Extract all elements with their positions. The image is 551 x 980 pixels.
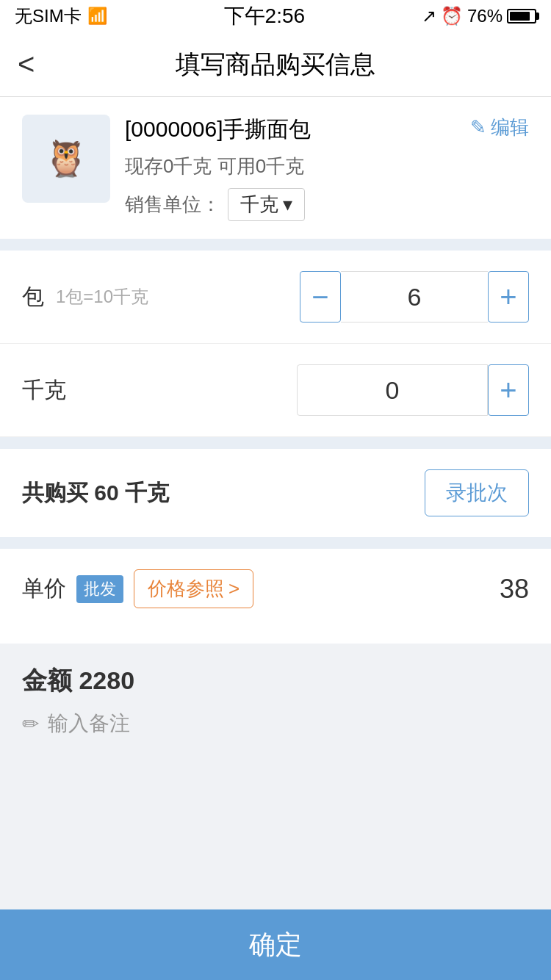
status-left: 无SIM卡 📶 [15,4,107,28]
amount-value: 2280 [79,666,134,694]
package-stepper: − + [300,271,529,323]
kg-stepper: + [297,364,529,416]
batch-record-button[interactable]: 录批次 [425,469,529,516]
wifi-icon: 📶 [87,7,107,26]
package-label: 包 1包=10千克 [22,282,148,312]
input-section: 包 1包=10千克 − + 千克 + [0,251,551,437]
package-label-text: 包 [22,282,44,312]
confirm-button[interactable]: 确定 [0,909,551,980]
kg-plus-button[interactable]: + [488,364,529,416]
time-display: 下午2:56 [224,2,306,30]
status-right: ↗ ⏰ 76% [422,6,536,26]
kg-label: 千克 [22,375,66,406]
divider-3 [0,537,551,549]
location-icon: ↗ [422,6,436,26]
package-input[interactable] [341,271,488,323]
battery-percent: 76% [467,6,503,26]
total-unit [119,480,125,505]
status-bar: 无SIM卡 📶 下午2:56 ↗ ⏰ 76% [0,0,551,32]
price-ref-label: 价格参照 [148,576,224,602]
unit-label: 销售单位： [125,192,220,217]
battery-icon [507,9,536,24]
price-label: 单价 批发 价格参照 > [22,569,253,608]
package-plus-button[interactable]: + [488,271,529,323]
price-value: 38 [500,574,529,605]
package-minus-button[interactable]: − [300,271,341,323]
divider-2 [0,437,551,449]
product-image: 🦉 [22,115,110,203]
kg-label-text: 千克 [22,375,66,406]
total-unit-value: 千克 [125,480,169,505]
product-unit-row: 销售单位： 千克 ▾ [125,188,529,221]
unit-dropdown-icon: ▾ [283,193,292,216]
total-amount-value: 60 [94,480,118,505]
alarm-icon: ⏰ [441,6,463,26]
product-stock: 现存0千克 可用0千克 [125,154,529,179]
kg-input[interactable] [297,364,488,416]
product-card: 🦉 [0000006]手撕面包 现存0千克 可用0千克 销售单位： 千克 ▾ ✎… [0,97,551,239]
remark-label: 输入备注 [48,710,130,738]
total-row: 共购买 60 千克 录批次 [0,449,551,537]
price-row: 单价 批发 价格参照 > 38 [22,569,529,608]
total-label: 共购买 [22,480,88,505]
amount-section: 金额 2280 ✏ 输入备注 [0,644,551,758]
price-section: 单价 批发 价格参照 > 38 [0,549,551,644]
back-button[interactable]: < [18,48,35,81]
nav-bar: < 填写商品购买信息 [0,32,551,97]
product-name: [0000006]手撕面包 [125,115,529,145]
unit-value: 千克 [240,192,278,217]
package-hint: 1包=10千克 [56,285,148,309]
edit-icon: ✎ [470,116,486,139]
total-text: 共购买 60 千克 [22,478,169,508]
price-ref-button[interactable]: 价格参照 > [134,569,253,608]
edit-label: 编辑 [491,115,529,140]
product-info: [0000006]手撕面包 现存0千克 可用0千克 销售单位： 千克 ▾ [125,115,529,221]
kg-row: 千克 + [0,344,551,437]
page-title: 填写商品购买信息 [176,48,375,82]
unit-select[interactable]: 千克 ▾ [228,188,305,221]
pencil-icon: ✏ [22,712,39,736]
batch-tag: 批发 [76,575,123,603]
remark-row[interactable]: ✏ 输入备注 [22,710,529,738]
price-ref-arrow: > [228,577,240,600]
divider-1 [0,239,551,251]
carrier-text: 无SIM卡 [15,4,82,28]
confirm-label: 确定 [249,927,302,963]
product-logo: 🦉 [44,138,88,179]
price-label-text: 单价 [22,574,66,604]
amount-row: 金额 2280 [22,664,529,698]
package-row: 包 1包=10千克 − + [0,251,551,344]
edit-button[interactable]: ✎ 编辑 [470,115,529,140]
amount-label: 金额 [22,666,72,694]
